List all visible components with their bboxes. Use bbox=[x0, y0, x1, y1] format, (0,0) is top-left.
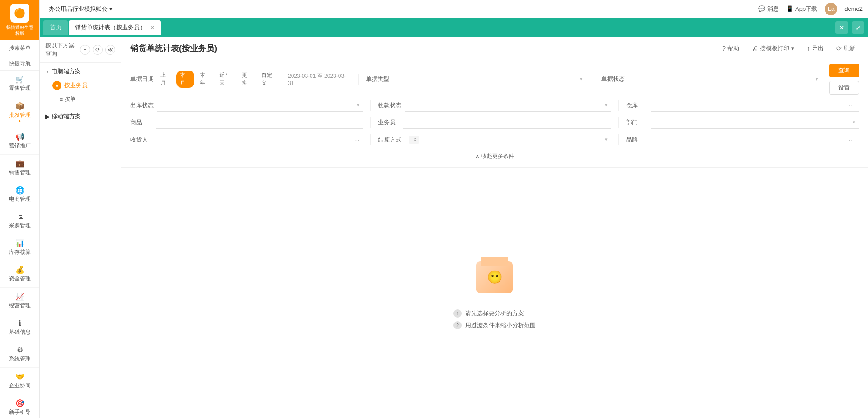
scheme-group-mobile: ▶ 移动端方案 bbox=[40, 108, 121, 125]
mobile-group-arrow: ▶ bbox=[45, 113, 50, 120]
warehouse-picker[interactable]: ··· bbox=[651, 99, 859, 112]
date-opt-last-month[interactable]: 上月 bbox=[157, 71, 175, 88]
scheme-group-mobile-header[interactable]: ▶ 移动端方案 bbox=[40, 109, 121, 123]
app-selector-arrow: ▾ bbox=[109, 5, 113, 12]
user-avatar[interactable]: Ea bbox=[825, 3, 837, 15]
add-scheme-btn[interactable]: + bbox=[80, 45, 90, 55]
collapse-conditions-btn[interactable]: ∧ 收起更多条件 bbox=[130, 151, 859, 162]
username[interactable]: demo2 bbox=[844, 5, 863, 12]
right-panel: 销货单统计表(按业务员) ? 帮助 🖨 按模板打印 ▾ ↑ 导出 bbox=[121, 37, 868, 418]
date-opt-this-year[interactable]: 本年 bbox=[196, 71, 214, 88]
collapse-arrow: ∧ bbox=[476, 153, 480, 160]
out-status-dropdown[interactable]: ▾ bbox=[157, 99, 363, 112]
app-download-icon: 📱 bbox=[786, 5, 793, 12]
settings-button[interactable]: 设置 bbox=[829, 81, 859, 95]
tabbar-expand-btn[interactable]: ⤢ bbox=[852, 21, 864, 34]
topbar-app-download[interactable]: 📱 App下载 bbox=[786, 5, 817, 13]
logo-text: 畅捷通好生意 标版 bbox=[6, 24, 33, 36]
refresh-btn[interactable]: ⟳ 刷新 bbox=[833, 43, 859, 54]
sidebar-item-sales[interactable]: 💼 销售管理 bbox=[0, 155, 39, 181]
salesperson-picker[interactable]: ··· bbox=[403, 116, 611, 129]
collapse-panel-btn[interactable]: ≪ bbox=[105, 45, 115, 55]
print-btn[interactable]: 🖨 按模板打印 ▾ bbox=[748, 43, 798, 54]
tip-text-1: 请先选择要分析的方案 bbox=[465, 309, 524, 318]
tabbar-actions: ✕ ⤢ bbox=[835, 21, 864, 34]
date-opt-this-month[interactable]: 本月 bbox=[176, 71, 194, 88]
empty-tip-2: 2 用过滤条件来缩小分析范围 bbox=[453, 321, 536, 329]
sidebar-item-stock-label: 库存核算 bbox=[9, 248, 31, 256]
left-panel-header-actions: + ⟳ ≪ bbox=[80, 45, 115, 55]
department-arrow: ▾ bbox=[853, 119, 855, 125]
sidebar-item-finance[interactable]: 💰 资金管理 bbox=[0, 261, 39, 288]
tab-sales-stat[interactable]: 销货单统计表（按业务员） ✕ bbox=[69, 20, 161, 35]
sidebar-item-corp[interactable]: 🤝 企业协同 bbox=[0, 368, 39, 394]
salesperson-label: 业务员 bbox=[378, 119, 400, 127]
sidebar-search[interactable]: 搜索菜单 bbox=[0, 40, 39, 57]
receipt-status-dropdown[interactable]: ▾ bbox=[405, 99, 611, 112]
export-btn[interactable]: ↑ 导出 bbox=[803, 43, 827, 54]
settlement-tag-close[interactable]: × bbox=[413, 137, 416, 143]
help-btn[interactable]: ? 帮助 bbox=[718, 43, 743, 54]
sidebar-item-purchase-label: 采购管理 bbox=[9, 222, 31, 229]
desktop-group-label: 电脑端方案 bbox=[52, 67, 81, 76]
receipt-status-arrow: ▾ bbox=[605, 102, 608, 108]
sidebar-quicknav[interactable]: 快捷导航 bbox=[0, 57, 39, 71]
export-label: 导出 bbox=[812, 44, 824, 52]
ecommerce-icon: 🌐 bbox=[15, 186, 24, 195]
bill-status-dropdown[interactable]: ▾ bbox=[628, 73, 822, 86]
sidebar-item-system[interactable]: ⚙ 系统管理 bbox=[0, 341, 39, 368]
sidebar-item-business[interactable]: 📈 经营管理 bbox=[0, 288, 39, 314]
newbie-icon: 🎯 bbox=[15, 399, 24, 408]
bill-type-dropdown[interactable]: ▾ bbox=[393, 73, 586, 86]
sidebar-item-purchase[interactable]: 🛍 采购管理 bbox=[0, 208, 39, 234]
date-opt-custom[interactable]: 自定义 bbox=[258, 71, 281, 88]
finance-icon: 💰 bbox=[15, 266, 24, 274]
scheme-sub-item-by-order[interactable]: ≡ 按单 bbox=[40, 93, 121, 106]
sidebar-item-corp-label: 企业协同 bbox=[9, 382, 31, 390]
goods-picker[interactable]: ··· bbox=[156, 116, 363, 129]
brand-picker[interactable]: ··· bbox=[651, 133, 859, 146]
settlement-dropdown[interactable]: × ▾ bbox=[405, 133, 611, 146]
date-opt-more[interactable]: 更多 bbox=[238, 71, 256, 88]
sidebar-item-retail[interactable]: 🛒 零售管理 bbox=[0, 71, 39, 97]
sidebar-item-ecommerce[interactable]: 🌐 电商管理 bbox=[0, 181, 39, 208]
sidebar-item-basic-label: 基础信息 bbox=[9, 328, 31, 336]
empty-box-icon: 😶 bbox=[476, 261, 513, 293]
sidebar-item-marketing[interactable]: 📢 营销推广 bbox=[0, 128, 39, 155]
empty-tip-1: 1 请先选择要分析的方案 bbox=[453, 309, 536, 318]
sidebar-item-wholesale[interactable]: 📦 批发管理 bbox=[0, 97, 39, 128]
query-button[interactable]: 查询 bbox=[829, 64, 859, 77]
sidebar: 🟠 畅捷通好生意 标版 搜索菜单 快捷导航 🛒 零售管理 📦 批发管理 📢 营销… bbox=[0, 0, 40, 418]
date-label: 单据日期 bbox=[130, 75, 153, 83]
filter-out-status: 出库状态 ▾ bbox=[130, 99, 363, 112]
scheme-group-desktop-header[interactable]: ▼ 电脑端方案 bbox=[40, 65, 121, 78]
app-selector[interactable]: 办公用品行业模拟账套 ▾ bbox=[45, 3, 116, 15]
sidebar-item-newbie-label: 新手引导 bbox=[9, 408, 31, 416]
refresh-scheme-btn[interactable]: ⟳ bbox=[93, 45, 103, 55]
out-status-arrow: ▾ bbox=[357, 102, 359, 108]
scheme-icon-salesperson: ● bbox=[52, 81, 61, 90]
sidebar-item-basic[interactable]: ℹ 基础信息 bbox=[0, 314, 39, 341]
topbar-message[interactable]: 💬 消息 bbox=[758, 5, 779, 13]
tabbar-close-btn[interactable]: ✕ bbox=[835, 21, 848, 34]
filter-goods: 商品 ··· bbox=[130, 116, 363, 129]
tab-home[interactable]: 首页 bbox=[43, 20, 68, 35]
receiver-picker[interactable]: ··· bbox=[156, 133, 363, 146]
corp-icon: 🤝 bbox=[15, 372, 24, 381]
sidebar-item-newbie[interactable]: 🎯 新手引导 bbox=[0, 394, 39, 418]
sidebar-logo[interactable]: 🟠 畅捷通好生意 标版 bbox=[0, 0, 39, 40]
sidebar-item-stock[interactable]: 📊 库存核算 bbox=[0, 234, 39, 261]
left-panel-header: 按以下方案查询 + ⟳ ≪ bbox=[40, 37, 121, 63]
department-label: 部门 bbox=[626, 119, 648, 127]
topbar: 办公用品行业模拟账套 ▾ 💬 消息 📱 App下载 Ea demo2 bbox=[40, 0, 868, 18]
scheme-item-by-salesperson[interactable]: ● 按业务员 bbox=[40, 78, 121, 93]
department-dropdown[interactable]: ▾ bbox=[651, 116, 859, 129]
filter-sep-5 bbox=[370, 117, 371, 128]
filter-sep-4 bbox=[618, 100, 619, 111]
receiver-label: 收货人 bbox=[130, 136, 152, 144]
print-icon: 🖨 bbox=[752, 45, 758, 52]
tab-sales-stat-close[interactable]: ✕ bbox=[150, 24, 155, 31]
logo-icon: 🟠 bbox=[10, 4, 29, 23]
goods-dots: ··· bbox=[353, 119, 360, 126]
date-opt-7days[interactable]: 近7天 bbox=[216, 71, 236, 88]
